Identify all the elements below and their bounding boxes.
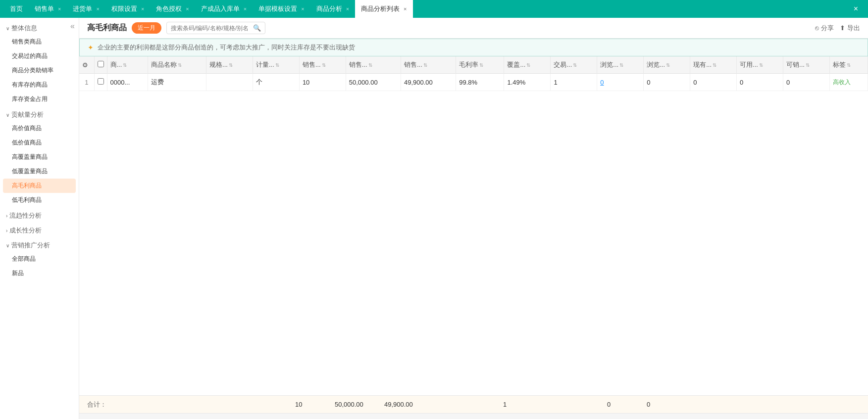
sidebar-item[interactable]: 全部商品 [0,252,79,266]
tip-icon: ✦ [88,44,94,51]
cell-coverage: 1.49% [504,74,551,91]
cell-saleProfit: 49,900.00 [401,74,456,91]
sort-icon: ⇅ [573,62,577,68]
col-header-coverage[interactable]: 覆盖...⇅ [504,56,551,74]
cell-unit: 个 [253,74,299,91]
search-input[interactable] [171,25,250,32]
nav-item-进货单[interactable]: 进货单× [67,0,105,18]
nav-item-商品分析列表[interactable]: 商品分析列表× [355,0,412,18]
col-header-checkbox[interactable] [94,56,107,74]
cell-tradeCount: 1 [551,74,597,91]
col-header-unit[interactable]: 计量...⇅ [253,56,299,74]
col-header-view1[interactable]: 浏览...⇅ [597,56,644,74]
sidebar-group-arrow: › [6,213,7,219]
window-close-button[interactable]: × [848,4,864,13]
share-button[interactable]: ⎋ 分享 [815,24,834,33]
col-header-view2[interactable]: 浏览...⇅ [644,56,690,74]
sidebar-item[interactable]: 低价值商品 [0,136,79,150]
sidebar-group-label[interactable]: ∨营销推广分析 [0,237,79,252]
sidebar-group: ∨整体信息销售类商品交易过的商品商品分类助销率有库存的商品库存资金占用 [0,20,79,106]
sidebar-item[interactable]: 交易过的商品 [0,49,79,63]
nav-item-销售单[interactable]: 销售单× [29,0,67,18]
nav-close-icon[interactable]: × [346,0,349,18]
sidebar-item[interactable]: 低毛利商品 [0,193,79,207]
content-header: 高毛利商品 近一月 🔍 ⎋ 分享 ⬆ 导出 [79,18,868,39]
sort-icon: ⇅ [713,62,716,68]
col-header-tag[interactable]: 标签⇅ [829,56,868,74]
sidebar-item[interactable]: 有库存的商品 [0,78,79,92]
sort-icon: ⇅ [526,62,530,68]
sort-icon: ⇅ [619,62,623,68]
sidebar-group-label[interactable]: ›成长性分析 [0,222,79,237]
row-checkbox[interactable] [98,78,104,85]
col-header-name[interactable]: 商品名称⇅ [148,56,206,74]
export-button[interactable]: ⬆ 导出 [840,24,860,33]
footer-sale-profit: 49,900.00 [384,401,434,408]
col-header-tradeCount[interactable]: 交易...⇅ [551,56,597,74]
search-box: 🔍 [166,22,265,34]
nav-item-角色授权[interactable]: 角色授权× [150,0,195,18]
sidebar-item[interactable]: 高毛利商品 [3,179,76,193]
col-header-saleQty[interactable]: 销售...⇅ [299,56,346,74]
top-navigation: 首页销售单×进货单×权限设置×角色授权×产成品入库单×单据模板设置×商品分析×商… [0,0,868,18]
footer-sale-amount: 50,000.00 [335,401,384,408]
sort-icon: ⇅ [759,62,763,68]
nav-close-icon[interactable]: × [186,0,189,18]
sidebar-group-label[interactable]: ∨整体信息 [0,20,79,35]
sort-icon: ⇅ [275,62,279,68]
cell-code: 0000... [107,74,148,91]
col-header-settings[interactable]: ⚙ [79,56,94,74]
sidebar-group-name: 流趋性分析 [9,211,42,220]
table-wrapper[interactable]: ⚙商...⇅商品名称⇅规格...⇅计量...⇅销售...⇅销售...⇅销售...… [79,56,868,395]
header-actions: ⎋ 分享 ⬆ 导出 [815,24,860,33]
nav-item-商品分析[interactable]: 商品分析× [310,0,355,18]
sidebar-item[interactable]: 库存资金占用 [0,92,79,106]
sidebar-item[interactable]: 高价值商品 [0,121,79,136]
cell-spec [206,74,253,91]
nav-item-首页[interactable]: 首页 [4,0,29,18]
col-header-available[interactable]: 可用...⇅ [737,56,783,74]
nav-item-单据模板设置[interactable]: 单据模板设置× [253,0,310,18]
nav-item-产成品入库单[interactable]: 产成品入库单× [195,0,253,18]
horizontal-scrollbar[interactable] [79,413,868,419]
search-icon[interactable]: 🔍 [253,24,261,32]
col-header-code[interactable]: 商...⇅ [107,56,148,74]
page-title: 高毛利商品 [87,23,127,33]
cell-link[interactable]: 0 [600,79,604,86]
filter-recent-month-button[interactable]: 近一月 [132,22,161,34]
sidebar-group-name: 营销推广分析 [11,241,50,250]
cell-view2: 0 [644,74,690,91]
select-all-checkbox[interactable] [98,61,104,67]
settings-icon[interactable]: ⚙ [82,61,88,69]
share-icon: ⎋ [815,24,819,32]
cell-checkbox [94,74,107,91]
sidebar-group-label[interactable]: ∨贡献量分析 [0,106,79,121]
nav-close-icon[interactable]: × [301,0,304,18]
nav-close-icon[interactable]: × [58,0,61,18]
col-header-spec[interactable]: 规格...⇅ [206,56,253,74]
cell-current: 0 [690,74,737,91]
sidebar-item[interactable]: 低覆盖量商品 [0,164,79,179]
tip-text: 企业的主要的利润都是这部分商品创造的，可考虑加大推广，同时关注库存是不要出现缺货 [98,43,355,52]
nav-close-icon[interactable]: × [244,0,247,18]
nav-close-icon[interactable]: × [141,0,144,18]
nav-close-icon[interactable]: × [404,0,407,18]
sidebar-item[interactable]: 新品 [0,266,79,280]
nav-item-权限设置[interactable]: 权限设置× [105,0,150,18]
cell-num: 1 [79,74,94,91]
col-header-grossMargin[interactable]: 毛利率⇅ [456,56,504,74]
sidebar-item[interactable]: 销售类商品 [0,35,79,49]
sidebar-item[interactable]: 商品分类助销率 [0,63,79,78]
col-header-saleAmount[interactable]: 销售...⇅ [346,56,401,74]
sidebar-collapse-button[interactable]: « [70,22,75,31]
sort-icon: ⇅ [123,62,127,68]
sidebar-group-label[interactable]: ›流趋性分析 [0,207,79,222]
col-header-saleProfit[interactable]: 销售...⇅ [401,56,456,74]
sidebar-item[interactable]: 高覆盖量商品 [0,150,79,164]
col-header-current[interactable]: 现有...⇅ [690,56,737,74]
col-header-sellable[interactable]: 可销...⇅ [783,56,830,74]
sort-icon: ⇅ [229,62,233,68]
sort-icon: ⇅ [479,62,483,68]
cell-sellable: 0 [783,74,830,91]
nav-close-icon[interactable]: × [96,0,99,18]
